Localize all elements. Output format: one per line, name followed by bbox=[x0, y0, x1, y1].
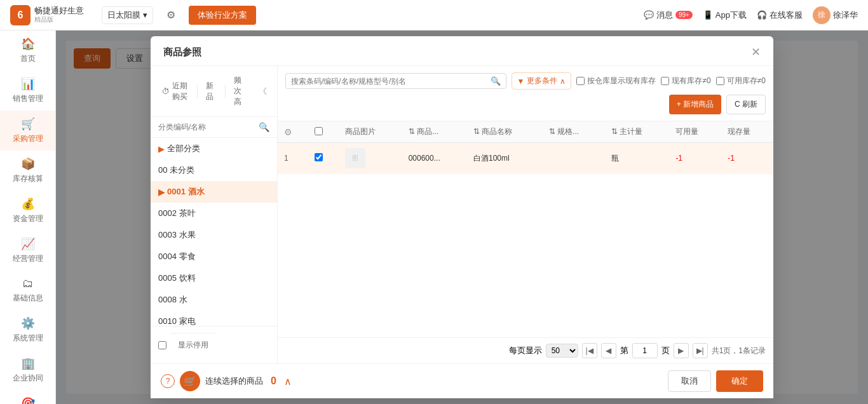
column-gear-icon[interactable]: ⚙ bbox=[284, 127, 292, 137]
user-menu[interactable]: 徐 徐泽华 bbox=[813, 6, 858, 24]
sidebar-item-newbie[interactable]: 🎯 新手引导 bbox=[0, 390, 55, 404]
message-btn[interactable]: 💬 消息 99+ bbox=[644, 10, 693, 21]
app-download-btn[interactable]: 📱 App下载 bbox=[703, 10, 747, 21]
sidebar-item-system[interactable]: ⚙️ 系统管理 bbox=[0, 310, 55, 350]
pagination: 每页显示 50 10 20 100 |◀ ◀ 第 页 bbox=[278, 337, 773, 363]
category-item-0002[interactable]: 0002 茶叶 bbox=[151, 203, 277, 224]
refresh-btn[interactable]: C 刷新 bbox=[726, 95, 766, 114]
filter-more-btn[interactable]: ▼ 更多条件 ∧ bbox=[512, 72, 572, 90]
main-area: 查询 设置 刷新 商品参照 ✕ bbox=[56, 30, 868, 404]
sidebar-item-purchase[interactable]: 🛒 采购管理 bbox=[0, 111, 55, 151]
collapse-up-icon[interactable]: ∧ bbox=[284, 375, 292, 387]
recent-icon: ⏱ bbox=[162, 87, 170, 96]
product-table-wrap: ⚙ 商品图片 ⇅ 商品... ⇅ 商品名称 bbox=[278, 121, 773, 337]
avatar: 徐 bbox=[813, 6, 831, 24]
warehouse-stock-checkbox[interactable] bbox=[576, 77, 585, 85]
high-freq-btn[interactable]: 频次高 bbox=[230, 72, 252, 110]
add-product-btn[interactable]: + 新增商品 bbox=[669, 95, 721, 114]
sidebar-item-basic[interactable]: 🗂 基础信息 bbox=[0, 271, 55, 310]
modal-overlay: 商品参照 ✕ ⏱ 近期购买 新品 bbox=[56, 30, 868, 404]
category-search: 🔍 bbox=[151, 117, 277, 138]
recent-buy-btn[interactable]: ⏱ 近期购买 bbox=[158, 78, 192, 105]
online-service-btn[interactable]: 🎧 在线客服 bbox=[757, 10, 803, 21]
category-item-0004[interactable]: 0004 零食 bbox=[151, 246, 277, 267]
row-checkbox[interactable] bbox=[315, 153, 323, 161]
toolbar: 🔍 ▼ 更多条件 ∧ 按仓库显示现有库存 bbox=[278, 66, 773, 121]
product-reference-modal: 商品参照 ✕ ⏱ 近期购买 新品 bbox=[151, 36, 773, 398]
nav-right: 💬 消息 99+ 📱 App下载 🎧 在线客服 徐 徐泽华 bbox=[644, 6, 858, 24]
search-icon[interactable]: 🔍 bbox=[491, 76, 501, 86]
headset-icon: 🎧 bbox=[757, 10, 767, 20]
table-head: ⚙ 商品图片 ⇅ 商品... ⇅ 商品名称 bbox=[278, 121, 773, 143]
table-body: 1 图 000600... 白酒100ml 瓶 bbox=[278, 143, 773, 174]
collapse-left-icon[interactable]: 《 bbox=[256, 83, 269, 100]
modal-title: 商品参照 bbox=[163, 46, 201, 58]
toolbar-right: + 新增商品 C 刷新 bbox=[669, 95, 766, 114]
filter-icon: ▼ bbox=[517, 77, 525, 86]
sidebar-item-home[interactable]: 🏠 首页 bbox=[0, 30, 55, 71]
left-panel: ⏱ 近期购买 新品 频次高 《 bbox=[151, 66, 278, 363]
sidebar-item-sales[interactable]: 📊 销售管理 bbox=[0, 71, 55, 111]
experience-btn[interactable]: 体验行业方案 bbox=[189, 6, 256, 25]
system-icon: ⚙️ bbox=[21, 316, 35, 330]
category-item-0005[interactable]: 0005 饮料 bbox=[151, 267, 277, 289]
usable-neq0-checkbox[interactable] bbox=[716, 77, 724, 85]
category-item-00[interactable]: 00 未分类 bbox=[151, 159, 277, 181]
col-available: 可用量 bbox=[669, 121, 721, 143]
prev-page-btn[interactable]: ◀ bbox=[601, 343, 616, 358]
sidebar: 🏠 首页 📊 销售管理 🛒 采购管理 📦 库存核算 💰 资金管理 📈 经营管理 … bbox=[0, 30, 56, 404]
purchase-icon: 🛒 bbox=[21, 117, 35, 131]
select-all-checkbox[interactable] bbox=[315, 127, 323, 135]
category-item-all[interactable]: ▶ 全部分类 bbox=[151, 138, 277, 159]
table-row[interactable]: 1 图 000600... 白酒100ml 瓶 bbox=[278, 143, 773, 174]
product-search-input[interactable] bbox=[291, 77, 488, 86]
category-list: ▶ 全部分类 00 未分类 ▶ 0001 酒水 0002 茶 bbox=[151, 138, 277, 326]
message-label: 消息 bbox=[656, 10, 673, 21]
col-name[interactable]: ⇅ 商品名称 bbox=[467, 121, 543, 143]
category-search-input[interactable] bbox=[158, 123, 256, 131]
new-item-btn[interactable]: 新品 bbox=[202, 78, 219, 105]
search-icon[interactable]: 🔍 bbox=[259, 122, 269, 132]
sidebar-item-enterprise[interactable]: 🏢 企业协同 bbox=[0, 350, 55, 390]
first-page-btn[interactable]: |◀ bbox=[582, 343, 597, 358]
modal-header: 商品参照 ✕ bbox=[151, 36, 773, 66]
col-unit[interactable]: ⇅ 主计量 bbox=[605, 121, 669, 143]
settings-icon[interactable]: ⚙ bbox=[161, 5, 181, 25]
sidebar-item-operations[interactable]: 📈 经营管理 bbox=[0, 231, 55, 271]
last-page-btn[interactable]: ▶| bbox=[693, 343, 708, 358]
available-neq0-checkbox[interactable] bbox=[661, 77, 669, 85]
layout: 🏠 首页 📊 销售管理 🛒 采购管理 📦 库存核算 💰 资金管理 📈 经营管理 … bbox=[0, 30, 868, 404]
category-item-0003[interactable]: 0003 水果 bbox=[151, 224, 277, 246]
col-code[interactable]: ⇅ 商品... bbox=[402, 121, 467, 143]
sidebar-item-inventory[interactable]: 📦 库存核算 bbox=[0, 151, 55, 191]
modal-footer: ? 🛒 连续选择的商品 0 ∧ 取消 确定 bbox=[151, 363, 773, 398]
left-top-shortcuts: ⏱ 近期购买 新品 频次高 《 bbox=[151, 66, 277, 117]
footer-cart: ? 🛒 连续选择的商品 0 ∧ bbox=[161, 371, 668, 391]
available-qty: -1 bbox=[669, 143, 721, 174]
sidebar-label-home: 首页 bbox=[20, 53, 36, 64]
message-badge: 99+ bbox=[675, 11, 693, 19]
logo-sub: 精品版 bbox=[34, 15, 84, 24]
total-info: 共1页，1条记录 bbox=[712, 346, 766, 356]
col-stock: 现存量 bbox=[721, 121, 773, 143]
show-disabled-checkbox[interactable] bbox=[158, 341, 166, 349]
page-number-input[interactable] bbox=[632, 343, 658, 358]
category-item-0008[interactable]: 0008 水 bbox=[151, 289, 277, 311]
confirm-btn[interactable]: 确定 bbox=[716, 370, 763, 392]
sidebar-label-enterprise: 企业协同 bbox=[13, 373, 43, 384]
logo-icon: 6 bbox=[10, 5, 31, 25]
close-icon[interactable]: ✕ bbox=[751, 45, 761, 59]
cancel-btn[interactable]: 取消 bbox=[668, 370, 711, 392]
category-item-0010[interactable]: 0010 家电 bbox=[151, 311, 277, 326]
category-item-0001[interactable]: ▶ 0001 酒水 bbox=[151, 181, 277, 203]
sales-icon: 📊 bbox=[21, 77, 35, 91]
product-code: 000600... bbox=[402, 143, 467, 174]
next-page-btn[interactable]: ▶ bbox=[674, 343, 689, 358]
page-size-select[interactable]: 50 10 20 100 bbox=[546, 344, 578, 358]
store-selector[interactable]: 日太阳膜 ▾ bbox=[102, 6, 153, 24]
col-spec[interactable]: ⇅ 规格... bbox=[543, 121, 605, 143]
cart-icon[interactable]: 🛒 bbox=[180, 371, 200, 391]
help-icon[interactable]: ? bbox=[161, 374, 175, 388]
arrow-icon-0001: ▶ bbox=[158, 187, 165, 197]
sidebar-item-funds[interactable]: 💰 资金管理 bbox=[0, 191, 55, 231]
